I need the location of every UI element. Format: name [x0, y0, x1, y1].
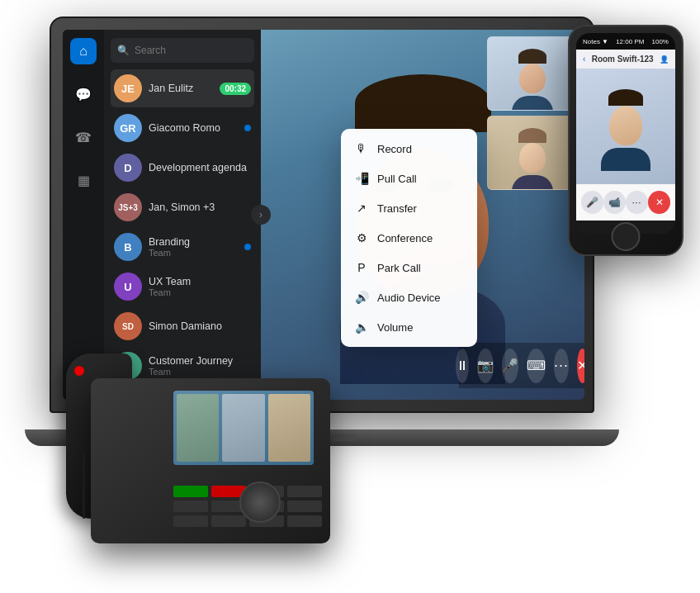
hair: [355, 74, 491, 132]
search-icon: 🔍: [117, 45, 130, 56]
contact-name-jan-eulitz: Jan Eulitz: [149, 83, 213, 94]
mobile-back-button[interactable]: ‹: [583, 55, 585, 64]
phone-key-7[interactable]: [173, 515, 208, 527]
contact-name-giacomo-romo: Giacomo Romo: [149, 122, 238, 134]
avatar-development: D: [114, 154, 142, 182]
mobile-more-button[interactable]: ···: [626, 191, 648, 214]
mobile-controls: 🎤 📹 ··· ✕: [576, 184, 675, 221]
phone-screen: [173, 391, 314, 465]
sidebar-icon-messages[interactable]: 💬: [70, 81, 97, 107]
menu-label-record: Record: [377, 143, 412, 155]
avatar-giacomo-romo: GR: [114, 114, 142, 142]
mobile-home-button[interactable]: [612, 222, 641, 251]
record-icon: 🎙: [354, 141, 369, 156]
mobile-time: 12:00 PM: [616, 38, 644, 45]
thumb-face-shape-2: [519, 143, 546, 173]
video-button[interactable]: 📷: [477, 349, 494, 383]
phone-screen-inner: [173, 391, 314, 465]
phone-cord: [83, 453, 85, 519]
contact-item-development[interactable]: D Development agenda: [111, 149, 254, 187]
phone-key-3[interactable]: [173, 500, 208, 512]
avatar-jan-simon: JS+3: [114, 193, 142, 221]
menu-item-audio-device[interactable]: 🔊 Audio Device: [341, 282, 477, 312]
volume-icon: 🔈: [354, 320, 369, 334]
mobile-person-icon: 👤: [660, 55, 669, 64]
menu-item-park-call[interactable]: P Park Call: [341, 253, 477, 282]
thumb-hair-2: [518, 128, 546, 143]
conference-icon: ⚙: [354, 230, 369, 245]
contact-info-jan-eulitz: Jan Eulitz: [149, 83, 213, 94]
menu-item-pull-call[interactable]: 📲 Pull Call: [341, 164, 477, 193]
pull-call-icon: 📲: [354, 171, 369, 186]
contact-item-jan-eulitz[interactable]: JE Jan Eulitz 00:32: [111, 69, 254, 107]
video-thumbnails: [487, 36, 578, 190]
contact-name-branding: Branding: [149, 236, 238, 248]
phone-key-green[interactable]: [173, 486, 208, 497]
mobile-video-area: [576, 69, 675, 184]
contact-info-jan-simon: Jan, Simon +3: [149, 202, 251, 213]
thumb-face-1: [512, 49, 553, 98]
phone-nav-wheel[interactable]: [239, 482, 281, 523]
search-input[interactable]: [135, 45, 258, 56]
menu-label-conference: Conference: [377, 232, 433, 244]
thumb-person-1: [488, 37, 577, 110]
dialpad-button[interactable]: ⌨: [527, 349, 546, 383]
park-call-icon: P: [354, 260, 369, 275]
menu-label-pull-call: Pull Call: [377, 173, 417, 185]
mobile-status-bar: Notes ▼ 12:00 PM 100%: [576, 33, 675, 50]
contact-item-branding[interactable]: B Branding Team: [111, 228, 254, 266]
phone-key-8[interactable]: [211, 515, 246, 527]
phone-key-2[interactable]: [287, 486, 322, 497]
thumb-face-shape-1: [519, 64, 546, 93]
thumb-body-2: [512, 175, 553, 190]
phone-key-6[interactable]: [287, 500, 322, 512]
thumb-person-2: [488, 116, 577, 189]
scene: ⌂ 💬 ☎ ▦ 🔍 + JE: [0, 0, 700, 593]
mobile-mute-button[interactable]: 🎤: [581, 191, 603, 214]
call-timer-badge: 00:32: [220, 83, 251, 95]
phone-vid-thumb-2: [222, 394, 264, 462]
video-thumb-1: [487, 36, 578, 111]
contact-info-giacomo-romo: Giacomo Romo: [149, 122, 238, 134]
sidebar-icon-home[interactable]: ⌂: [70, 38, 97, 64]
avatar-jan-eulitz: JE: [114, 74, 142, 102]
menu-item-volume[interactable]: 🔈 Volume: [341, 312, 477, 342]
pause-button[interactable]: ⏸: [456, 349, 469, 383]
avatar-branding: B: [114, 233, 142, 261]
menu-item-record[interactable]: 🎙 Record: [341, 134, 477, 164]
unread-badge-branding: [244, 244, 251, 250]
phone-key-10[interactable]: [287, 515, 322, 527]
more-button[interactable]: ···: [554, 349, 569, 383]
mobile-call-title: Room Swift-123: [589, 55, 656, 64]
mobile-body: Notes ▼ 12:00 PM 100% ‹ Room Swift-123 👤: [568, 25, 683, 256]
desk-phone: [66, 279, 347, 543]
sidebar-collapse-button[interactable]: ›: [251, 205, 271, 225]
mobile-person: [597, 89, 655, 164]
thumb-body-1: [512, 96, 553, 111]
call-controls: ⏸ 📷 🎤 ⌨ ··· ✕: [459, 343, 584, 388]
contact-info-development: Development agenda: [149, 162, 251, 173]
sidebar-icon-calendar[interactable]: ▦: [70, 167, 97, 193]
menu-label-transfer: Transfer: [377, 202, 417, 215]
mute-button[interactable]: 🎤: [502, 349, 518, 383]
sidebar-icon-calls[interactable]: ☎: [70, 124, 97, 150]
mobile-body-shape: [601, 148, 650, 171]
menu-item-transfer[interactable]: ↗ Transfer: [341, 193, 477, 223]
menu-label-park-call: Park Call: [377, 262, 421, 274]
contact-info-branding: Branding Team: [149, 236, 238, 258]
menu-label-audio-device: Audio Device: [377, 292, 441, 304]
menu-label-volume: Volume: [377, 321, 413, 334]
mobile-face: [609, 106, 642, 145]
contact-item-giacomo-romo[interactable]: GR Giacomo Romo: [111, 109, 254, 147]
contact-item-jan-simon[interactable]: JS+3 Jan, Simon +3: [111, 188, 254, 226]
mobile-screen: Notes ▼ 12:00 PM 100% ‹ Room Swift-123 👤: [576, 33, 675, 234]
unread-badge-giacomo: [244, 125, 251, 131]
end-call-button[interactable]: ✕: [577, 349, 584, 383]
mobile-call-header: ‹ Room Swift-123 👤: [576, 50, 675, 69]
contact-name-jan-simon: Jan, Simon +3: [149, 202, 251, 213]
mobile-end-call-button[interactable]: ✕: [648, 191, 670, 214]
context-menu: 🎙 Record 📲 Pull Call ↗ Transfer ⚙: [341, 129, 477, 347]
mobile-battery: 100%: [652, 38, 669, 45]
menu-item-conference[interactable]: ⚙ Conference: [341, 223, 477, 253]
mobile-video-button[interactable]: 📹: [603, 191, 626, 214]
